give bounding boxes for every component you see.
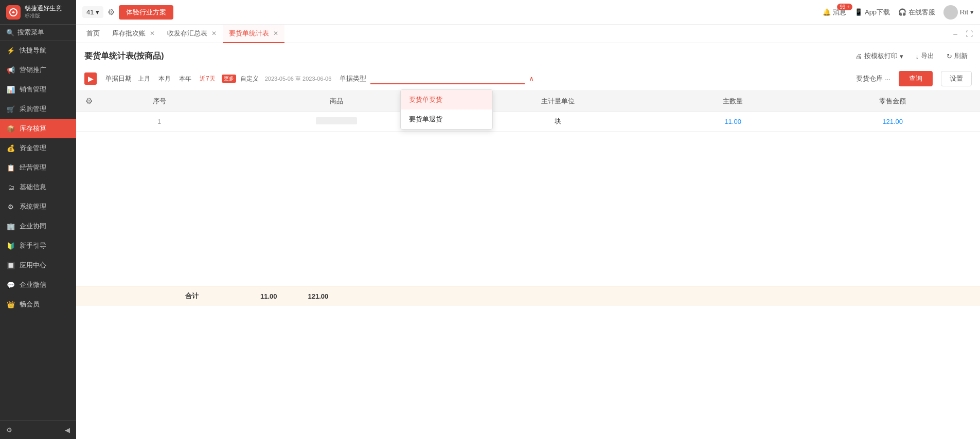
tab-close-order-stats[interactable]: ✕ — [273, 30, 278, 37]
sidebar-item-appstore[interactable]: 🔲 应用中心 — [0, 255, 76, 275]
tab-home[interactable]: 首页 — [80, 25, 106, 43]
print-template-button[interactable]: 🖨 按模板打印 ▾ — [851, 49, 907, 63]
app-download-button[interactable]: 📱 App下载 — [854, 8, 890, 17]
warehouse-more-icon[interactable]: ··· — [885, 75, 890, 83]
settings-button[interactable]: ⚙ — [6, 426, 12, 434]
user-chevron-icon: ▾ — [970, 8, 974, 16]
sidebar-item-purchase[interactable]: 🛒 采购管理 — [0, 99, 76, 119]
sidebar-item-sales[interactable]: 📊 销售管理 — [0, 80, 76, 99]
date-range-display: 2023-05-06 至 2023-06-06 — [265, 75, 332, 83]
topbar: 41 ▾ ⚙ 体验行业方案 🔔 消息 99 + 📱 App下载 🎧 在线客服 — [76, 0, 980, 25]
notification-badge: 99 + — [837, 4, 852, 10]
sidebar: 畅捷通好生意 标准版 🔍 搜索菜单 ⚡ 快捷导航 📢 营销推广 📊 销售管理 🛒… — [0, 0, 76, 439]
search-icon: 🔍 — [6, 29, 14, 36]
table-footer: 合计 11.00 121.00 — [76, 286, 980, 306]
sidebar-item-shortcut[interactable]: ⚡ 快捷导航 — [0, 41, 76, 60]
store-selector[interactable]: 41 ▾ — [82, 6, 103, 18]
this-month-shortcut[interactable]: 本月 — [156, 74, 173, 84]
store-name: 41 — [86, 8, 94, 16]
tab-close-batch[interactable]: ✕ — [150, 30, 155, 37]
sidebar-item-inventory[interactable]: 📦 库存核算 — [0, 119, 76, 138]
sidebar-item-marketing[interactable]: 📢 营销推广 — [0, 60, 76, 80]
col-num: 序号 — [102, 91, 217, 112]
sidebar-item-finance[interactable]: 💰 资金管理 — [0, 138, 76, 158]
dropdown-item-order[interactable]: 要货单要货 — [401, 90, 492, 109]
tab-close-summary[interactable]: ✕ — [211, 30, 217, 37]
enterprise-icon: 🏢 — [6, 222, 15, 231]
sidebar-item-guide[interactable]: 🔰 新手引导 — [0, 236, 76, 255]
date-filter-group: 单据日期 上月 本月 本年 近7天 更多 自定义 2023-05-06 至 20… — [105, 74, 331, 84]
customer-service-button[interactable]: 🎧 在线客服 — [898, 8, 935, 17]
operations-icon: 📋 — [6, 163, 15, 172]
table-gear-icon[interactable]: ⚙ — [85, 97, 93, 105]
sidebar-item-enterprise[interactable]: 🏢 企业协同 — [0, 216, 76, 236]
quantity-link[interactable]: 11.00 — [724, 118, 741, 125]
this-year-shortcut[interactable]: 本年 — [177, 74, 193, 84]
footer-amount: 121.00 — [308, 292, 329, 300]
tab-batch-account[interactable]: 库存批次账 ✕ — [106, 25, 161, 43]
sidebar-item-basics[interactable]: 🗂 基础信息 — [0, 177, 76, 197]
filter-expand-button[interactable]: ▶ — [84, 72, 97, 85]
print-chevron-icon: ▾ — [900, 52, 903, 60]
basics-icon: 🗂 — [6, 182, 15, 192]
search-menu[interactable]: 🔍 搜索菜单 — [0, 25, 76, 41]
phone-icon: 📱 — [854, 8, 863, 16]
sidebar-footer: ⚙ ◀ — [0, 420, 76, 439]
table-empty-space — [76, 132, 980, 286]
avatar — [943, 5, 958, 20]
more-date-badge[interactable]: 更多 — [222, 75, 236, 83]
dropdown-item-return[interactable]: 要货单退货 — [401, 109, 492, 129]
finance-icon: 💰 — [6, 143, 15, 153]
table-row: 1 块 11.00 121.00 — [76, 112, 980, 132]
settings-button-filter[interactable]: 设置 — [941, 71, 972, 86]
row-settings-cell — [76, 112, 102, 132]
col-settings[interactable]: ⚙ — [76, 91, 102, 112]
type-input[interactable] — [370, 74, 525, 84]
type-label: 单据类型 — [340, 74, 366, 83]
sidebar-item-wechat[interactable]: 💬 企业微信 — [0, 275, 76, 295]
sales-icon: 📊 — [6, 85, 15, 94]
row-quantity: 11.00 — [661, 112, 806, 132]
sidebar-item-member[interactable]: 👑 畅会员 — [0, 295, 76, 314]
member-icon: 👑 — [6, 300, 15, 309]
type-dropdown-icon[interactable]: ∧ — [529, 75, 534, 83]
product-placeholder — [316, 117, 357, 124]
topbar-gear-icon[interactable]: ⚙ — [108, 7, 115, 17]
sidebar-item-system[interactable]: ⚙ 系统管理 — [0, 197, 76, 216]
last7days-shortcut[interactable]: 近7天 — [198, 74, 218, 84]
collapse-button[interactable]: ◀ — [65, 426, 70, 434]
main-content: 41 ▾ ⚙ 体验行业方案 🔔 消息 99 + 📱 App下载 🎧 在线客服 — [76, 0, 980, 439]
date-label: 单据日期 — [105, 74, 132, 83]
page-header: 要货单统计表(按商品) 🖨 按模板打印 ▾ ↓ 导出 ↻ 刷新 — [76, 43, 980, 67]
trial-button[interactable]: 体验行业方案 — [119, 5, 173, 20]
refresh-button[interactable]: ↻ 刷新 — [942, 49, 972, 63]
print-icon: 🖨 — [856, 52, 862, 60]
logo-text: 畅捷通好生意 标准版 — [25, 5, 62, 20]
export-button[interactable]: ↓ 导出 — [912, 49, 939, 63]
amount-link[interactable]: 121.00 — [882, 118, 903, 125]
table-header-row: ⚙ 序号 商品 主计量单位 主数量 零售金额 — [76, 91, 980, 112]
user-menu[interactable]: Rit ▾ — [943, 5, 974, 20]
marketing-icon: 📢 — [6, 65, 15, 75]
tab-bar: 首页 库存批次账 ✕ 收发存汇总表 ✕ 要货单统计表 ✕ – ⛶ — [76, 25, 980, 43]
row-amount: 121.00 — [805, 112, 980, 132]
notifications-button[interactable]: 🔔 消息 99 + — [823, 8, 846, 17]
refresh-icon: ↻ — [947, 52, 952, 60]
warehouse-label: 要货仓库 — [856, 74, 883, 83]
last-month-shortcut[interactable]: 上月 — [136, 74, 152, 84]
footer-label: 合计 — [185, 291, 199, 301]
query-button[interactable]: 查询 — [899, 71, 933, 86]
tab-expand-icon[interactable]: ⛶ — [963, 29, 976, 39]
app-logo: 畅捷通好生意 标准版 — [0, 0, 76, 25]
sidebar-item-operations[interactable]: 📋 经营管理 — [0, 158, 76, 177]
chevron-down-icon: ▾ — [96, 8, 99, 16]
tab-order-stats[interactable]: 要货单统计表 ✕ — [223, 25, 284, 43]
custom-date-button[interactable]: 自定义 — [240, 75, 259, 83]
tab-minimize-icon[interactable]: – — [950, 29, 960, 39]
data-table: ⚙ 序号 商品 主计量单位 主数量 零售金额 1 — [76, 91, 980, 132]
type-dropdown: 要货单要货 要货单退货 — [400, 89, 493, 130]
logo-icon — [6, 5, 21, 20]
footer-quantity: 11.00 — [260, 292, 277, 300]
warehouse-filter-group: 要货仓库 ··· — [856, 74, 890, 83]
tab-summary[interactable]: 收发存汇总表 ✕ — [161, 25, 223, 43]
